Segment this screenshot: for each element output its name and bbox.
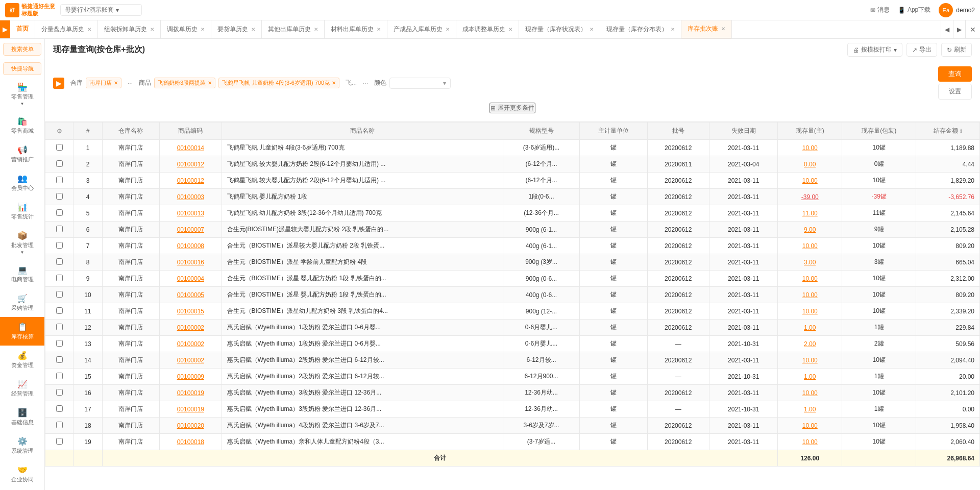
row-checkbox[interactable] bbox=[56, 356, 63, 363]
tab-batch-voucher[interactable]: 库存批次账 ✕ bbox=[681, 20, 732, 39]
row-checkbox[interactable] bbox=[56, 291, 63, 298]
tab-disassemble[interactable]: 组装拆卸单历史 ✕ bbox=[98, 20, 161, 39]
tab-mix[interactable]: 调拨单历史 ✕ bbox=[161, 20, 211, 39]
tab-close-all-btn[interactable]: ✕ bbox=[965, 20, 980, 39]
tab-stock-dist[interactable]: 现存量（库存分布表） ✕ bbox=[600, 20, 681, 39]
tab-distribute-close-icon[interactable]: ✕ bbox=[87, 27, 91, 32]
sidebar-item-member-center[interactable]: 👥 会员中心 bbox=[0, 168, 44, 197]
row-checkbox[interactable] bbox=[56, 160, 63, 167]
org-selector[interactable]: 母婴行业演示账套 ▾ bbox=[60, 4, 142, 16]
cell-checkbox[interactable] bbox=[45, 222, 74, 238]
tab-batch-voucher-close-icon[interactable]: ✕ bbox=[721, 26, 725, 32]
cell-checkbox[interactable] bbox=[45, 369, 74, 385]
sidebar-item-ops-mgmt[interactable]: 📈 经营管理 bbox=[0, 374, 44, 403]
cell-checkbox[interactable] bbox=[45, 271, 74, 287]
row-checkbox[interactable] bbox=[56, 405, 63, 412]
cell-checkbox[interactable] bbox=[45, 156, 74, 173]
row-checkbox[interactable] bbox=[56, 389, 63, 396]
expand-conditions-btn[interactable]: ⊞ 展开更多条件 bbox=[489, 103, 535, 113]
sidebar-item-sys-mgmt[interactable]: ⚙️ 系统管理 bbox=[0, 431, 44, 460]
tab-other-out-close-icon[interactable]: ✕ bbox=[314, 27, 318, 32]
cell-checkbox[interactable] bbox=[45, 320, 74, 336]
tab-mix-close-icon[interactable]: ✕ bbox=[201, 27, 205, 32]
tab-arrow-left[interactable]: ◀ bbox=[941, 20, 953, 39]
row-checkbox[interactable] bbox=[56, 258, 63, 265]
cell-checkbox[interactable] bbox=[45, 189, 74, 205]
tab-material-out[interactable]: 材料出库单历史 ✕ bbox=[325, 20, 387, 39]
app-download-btn[interactable]: 📱 App下载 bbox=[898, 6, 930, 14]
row-checkbox[interactable] bbox=[56, 422, 63, 428]
tab-stock-status[interactable]: 现存量（库存状况表） ✕ bbox=[519, 20, 600, 39]
settings-column-icon[interactable]: ⚙ bbox=[57, 128, 62, 135]
row-checkbox[interactable] bbox=[56, 340, 63, 347]
sidebar-item-stock-check[interactable]: 📋 库存核算 bbox=[0, 317, 44, 346]
product-tag-0-close-icon[interactable]: ✕ bbox=[208, 80, 212, 86]
sidebar-item-wholesale-mgmt[interactable]: 📦 批发管理 ▼ bbox=[0, 226, 44, 260]
cell-checkbox[interactable] bbox=[45, 385, 74, 401]
row-checkbox[interactable] bbox=[56, 324, 63, 330]
tab-nav-expand-btn[interactable]: ▶ bbox=[0, 20, 10, 39]
tab-disassemble-close-icon[interactable]: ✕ bbox=[150, 27, 154, 32]
cell-checkbox[interactable] bbox=[45, 401, 74, 418]
row-checkbox[interactable] bbox=[56, 307, 63, 314]
row-checkbox[interactable] bbox=[56, 242, 63, 249]
settings-btn[interactable]: 设置 bbox=[938, 84, 972, 100]
print-btn[interactable]: 🖨 按模板打印 ▾ bbox=[847, 43, 902, 57]
row-checkbox[interactable] bbox=[56, 373, 63, 379]
sidebar-nav-btn[interactable]: 快捷导航 bbox=[3, 62, 41, 75]
sidebar-item-enterprise-collab[interactable]: 🤝 企业协同 bbox=[0, 460, 44, 488]
refresh-btn[interactable]: ↻ 刷新 bbox=[941, 43, 972, 57]
query-btn[interactable]: 查询 bbox=[938, 66, 972, 82]
user-area[interactable]: Ea demo2 bbox=[939, 3, 975, 17]
row-checkbox[interactable] bbox=[56, 144, 63, 151]
row-checkbox[interactable] bbox=[56, 226, 63, 232]
cell-checkbox[interactable] bbox=[45, 205, 74, 222]
sidebar-item-purchase-mgmt[interactable]: 🛒 采购管理 bbox=[0, 288, 44, 317]
sidebar-item-retail-stats[interactable]: 📊 零售统计 bbox=[0, 197, 44, 226]
sidebar-search-btn[interactable]: 搜索英单 bbox=[3, 43, 41, 56]
tab-arrow-right[interactable]: ▶ bbox=[953, 20, 965, 39]
cell-checkbox[interactable] bbox=[45, 173, 74, 189]
row-checkbox[interactable] bbox=[56, 193, 63, 200]
tab-distribute[interactable]: 分量盘点单历史 ✕ bbox=[35, 20, 98, 39]
product-ellipsis-icon[interactable]: ··· bbox=[363, 80, 368, 87]
tab-requisition[interactable]: 要货单历史 ✕ bbox=[211, 20, 262, 39]
balance-info-icon[interactable]: ℹ bbox=[960, 128, 962, 134]
cell-checkbox[interactable] bbox=[45, 418, 74, 434]
tab-stock-status-close-icon[interactable]: ✕ bbox=[590, 27, 594, 32]
color-filter-input[interactable]: ▾ bbox=[389, 78, 451, 89]
user-name[interactable]: demo2 bbox=[956, 7, 975, 14]
th-settings[interactable]: ⚙ bbox=[45, 122, 74, 140]
cell-checkbox[interactable] bbox=[45, 238, 74, 254]
cell-checkbox[interactable] bbox=[45, 434, 74, 450]
message-btn[interactable]: ✉ 消息 bbox=[870, 6, 890, 14]
warehouse-more-icon[interactable]: ··· bbox=[128, 80, 133, 87]
cell-checkbox[interactable] bbox=[45, 303, 74, 320]
tab-product-in[interactable]: 产成品入库单历史 ✕ bbox=[387, 20, 456, 39]
tab-material-out-close-icon[interactable]: ✕ bbox=[377, 27, 381, 32]
row-checkbox[interactable] bbox=[56, 275, 63, 281]
product-tag-1-close-icon[interactable]: ✕ bbox=[332, 80, 336, 86]
tab-stock-dist-close-icon[interactable]: ✕ bbox=[671, 27, 675, 32]
tab-product-in-close-icon[interactable]: ✕ bbox=[446, 27, 450, 32]
sidebar-item-ecommerce-mgmt[interactable]: 💻 电商管理 bbox=[0, 260, 44, 288]
cell-checkbox[interactable] bbox=[45, 254, 74, 271]
tab-other-out[interactable]: 其他出库单历史 ✕ bbox=[262, 20, 325, 39]
filter-expand-arrow-btn[interactable]: ▶ bbox=[53, 78, 64, 89]
cell-checkbox[interactable] bbox=[45, 336, 74, 352]
sidebar-item-marketing[interactable]: 📢 营销推广 bbox=[0, 140, 44, 168]
sidebar-item-base-info[interactable]: 🗄️ 基础信息 bbox=[0, 403, 44, 431]
tab-home[interactable]: 首页 bbox=[10, 20, 35, 39]
row-checkbox[interactable] bbox=[56, 177, 63, 183]
sidebar-item-retail-mgmt[interactable]: 🏪 零售管理 ▼ bbox=[0, 77, 44, 111]
product-more-icon[interactable]: 飞... bbox=[346, 79, 357, 87]
tab-cost-adjust-close-icon[interactable]: ✕ bbox=[508, 27, 512, 32]
row-checkbox[interactable] bbox=[56, 209, 63, 216]
cell-checkbox[interactable] bbox=[45, 352, 74, 369]
warehouse-tag-close-icon[interactable]: ✕ bbox=[114, 80, 118, 86]
cell-checkbox[interactable] bbox=[45, 140, 74, 156]
tab-cost-adjust[interactable]: 成本调整单历史 ✕ bbox=[456, 20, 519, 39]
export-btn[interactable]: ↗ 导出 bbox=[906, 43, 937, 57]
sidebar-item-retail-store[interactable]: 🛍️ 零售商城 bbox=[0, 111, 44, 140]
cell-checkbox[interactable] bbox=[45, 287, 74, 303]
